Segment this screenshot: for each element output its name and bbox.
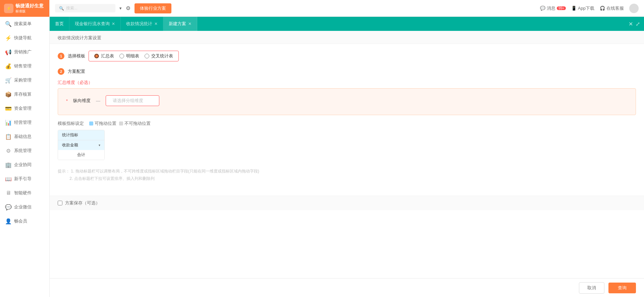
- user-avatar[interactable]: [629, 4, 639, 13]
- dimension-area: * 纵向维度 — 请选择分组维度: [58, 88, 636, 115]
- sidebar-item-finance[interactable]: 💳 资金管理: [0, 101, 49, 115]
- radio-summary[interactable]: 汇总表: [94, 53, 114, 59]
- arrow-icon: —: [96, 98, 100, 103]
- fixed-badge-icon: [119, 121, 123, 126]
- tab-receipt-stats-close[interactable]: ✕: [154, 21, 158, 26]
- operation-icon: 📊: [5, 119, 11, 126]
- sidebar-item-search[interactable]: 🔍 搜索菜单: [0, 17, 49, 31]
- query-button[interactable]: 查询: [608, 283, 636, 293]
- breadcrumb: 收款情况统计方案设置: [50, 31, 644, 44]
- message-btn[interactable]: 💬 消息 99+: [540, 5, 566, 11]
- topbar-search[interactable]: 🔍 搜索...: [55, 4, 115, 12]
- main-area: 🔍 搜索... ▾ ⚙ 体验行业方案 💬 消息 99+ 📱 App下载 🎧 在线…: [50, 0, 644, 297]
- sidebar-item-label: 企业协同: [14, 162, 32, 168]
- guide-icon: 📖: [5, 176, 11, 182]
- cancel-button[interactable]: 取消: [579, 282, 604, 294]
- topbar: 🔍 搜索... ▾ ⚙ 体验行业方案 💬 消息 99+ 📱 App下载 🎧 在线…: [50, 0, 644, 17]
- tab-home[interactable]: 首页: [50, 17, 69, 31]
- sidebar-item-quick-nav[interactable]: ⚡ 快捷导航: [0, 31, 49, 45]
- radio-detail[interactable]: 明细表: [119, 53, 139, 59]
- tab-new-plan-close[interactable]: ✕: [188, 21, 192, 26]
- radio-summary-input[interactable]: [94, 54, 99, 58]
- step2-section: 2 方案配置 汇总维度（必选） * 纵向维度 — 请选择分组维: [58, 68, 636, 182]
- sidebar-item-label: 智能硬件: [14, 190, 32, 196]
- radio-detail-input[interactable]: [119, 54, 124, 58]
- radio-cross-input[interactable]: [145, 54, 149, 58]
- tab-new-plan[interactable]: 新建方案 ✕: [163, 17, 197, 31]
- tab-bank-flow[interactable]: 现金银行流水查询 ✕: [69, 17, 121, 31]
- save-checkbox[interactable]: [58, 201, 62, 205]
- indicator-row-total-label: 合计: [77, 152, 85, 157]
- breadcrumb-text: 收款情况统计方案设置: [58, 35, 101, 40]
- base-info-icon: 📋: [5, 134, 11, 140]
- tab-receipt-stats[interactable]: 收款情况统计 ✕: [121, 17, 163, 31]
- app-download-btn[interactable]: 📱 App下载: [571, 5, 594, 11]
- required-mark: *: [66, 98, 68, 103]
- fixed-legend: 不可拖动位置: [119, 120, 151, 127]
- step2-title: 方案配置: [68, 68, 85, 75]
- indicator-title: 模板指标设定: [58, 120, 84, 127]
- radio-cross[interactable]: 交叉统计表: [145, 53, 173, 59]
- system-icon: ⚙: [5, 148, 11, 154]
- indicator-row-amount[interactable]: 收款金额 ▾: [58, 140, 104, 150]
- dimension-section-title: 汇总维度（必选）: [58, 80, 636, 86]
- vertical-dim-row: * 纵向维度 — 请选择分组维度: [66, 95, 628, 106]
- download-icon: 📱: [571, 6, 577, 11]
- service-icon: 🎧: [600, 6, 605, 11]
- app-edition: 标准版: [15, 9, 44, 14]
- save-label: 方案保存（可选）: [65, 200, 100, 206]
- message-badge: 99+: [557, 6, 566, 10]
- sidebar: ⚡ 畅捷通好生意 标准版 🔍 搜索菜单 ⚡ 快捷导航 📢 营销推广 💰 销售管理…: [0, 0, 50, 297]
- tip-2-text: 2. 点击标题栏下拉可设置排序、插入列和删除列: [69, 176, 154, 181]
- sidebar-item-label: 畅会员: [14, 218, 27, 224]
- logo-icon: ⚡: [4, 4, 13, 13]
- sidebar-item-sales[interactable]: 💰 销售管理: [0, 59, 49, 73]
- sidebar-nav: 🔍 搜索菜单 ⚡ 快捷导航 📢 营销推广 💰 销售管理 🛒 采购管理 📦 库存核…: [0, 17, 49, 297]
- member-icon: 👤: [5, 218, 11, 224]
- weixin-icon: 💬: [5, 204, 11, 210]
- sidebar-item-purchase[interactable]: 🛒 采购管理: [0, 73, 49, 87]
- sidebar-item-operation[interactable]: 📊 经营管理: [0, 115, 49, 130]
- dimension-section: 汇总维度（必选） * 纵向维度 — 请选择分组维度: [58, 80, 636, 115]
- tab-maximize-btn[interactable]: ⤢: [636, 21, 640, 27]
- sidebar-item-enterprise[interactable]: 🏢 企业协同: [0, 158, 49, 172]
- tab-minimize-btn[interactable]: ✕: [629, 21, 633, 27]
- radio-summary-label: 汇总表: [101, 53, 114, 59]
- tip-1: 提示： 1. 拖动标题栏可以调整布局，不可跨维度或指标区域拖动栏目字段(只能在同…: [58, 168, 636, 175]
- step2-header: 2 方案配置: [58, 68, 636, 75]
- sidebar-item-member[interactable]: 👤 畅会员: [0, 214, 49, 228]
- sidebar-item-guide[interactable]: 📖 新手引导: [0, 172, 49, 186]
- sidebar-item-label: 资金管理: [14, 105, 32, 111]
- indicator-row-label: 收款金额: [62, 142, 78, 148]
- hardware-icon: 🖥: [5, 190, 11, 196]
- search-text: 搜索...: [66, 5, 77, 11]
- sidebar-item-base-info[interactable]: 📋 基础信息: [0, 130, 49, 144]
- step1-title: 选择模板: [68, 53, 85, 59]
- search-icon: 🔍: [5, 21, 11, 27]
- marketing-icon: 📢: [5, 49, 11, 55]
- sidebar-item-label: 库存核算: [14, 91, 32, 97]
- sidebar-item-label: 系统管理: [14, 148, 32, 154]
- trial-btn[interactable]: 体验行业方案: [135, 3, 171, 13]
- sidebar-item-label: 经营管理: [14, 119, 32, 126]
- chevron-down-icon[interactable]: ▾: [99, 143, 100, 147]
- sidebar-item-weixin[interactable]: 💬 企业微信: [0, 200, 49, 214]
- tips-section: 提示： 1. 拖动标题栏可以调整布局，不可跨维度或指标区域拖动栏目字段(只能在同…: [58, 168, 636, 182]
- movable-label: 可拖动位置: [95, 120, 116, 127]
- dim-select[interactable]: 请选择分组维度: [106, 95, 159, 106]
- sidebar-item-hardware[interactable]: 🖥 智能硬件: [0, 186, 49, 200]
- tab-bar: 首页 现金银行流水查询 ✕ 收款情况统计 ✕ 新建方案 ✕ ✕ ⤢: [50, 17, 644, 31]
- step2-badge: 2: [58, 68, 64, 75]
- template-selection: 汇总表 明细表 交叉统计表: [89, 51, 179, 61]
- sidebar-logo: ⚡ 畅捷通好生意 标准版: [0, 0, 49, 17]
- step1-badge: 1: [58, 53, 64, 59]
- sidebar-item-system[interactable]: ⚙ 系统管理: [0, 144, 49, 158]
- settings-btn[interactable]: ⚙: [126, 5, 130, 11]
- inventory-icon: 📦: [5, 91, 11, 97]
- app-download-label: App下载: [578, 5, 594, 11]
- online-service-btn[interactable]: 🎧 在线客服: [600, 5, 624, 11]
- tab-bank-flow-close[interactable]: ✕: [112, 21, 115, 26]
- sidebar-item-marketing[interactable]: 📢 营销推广: [0, 45, 49, 59]
- sidebar-item-inventory[interactable]: 📦 库存核算: [0, 87, 49, 101]
- dropdown-btn[interactable]: ▾: [119, 6, 122, 11]
